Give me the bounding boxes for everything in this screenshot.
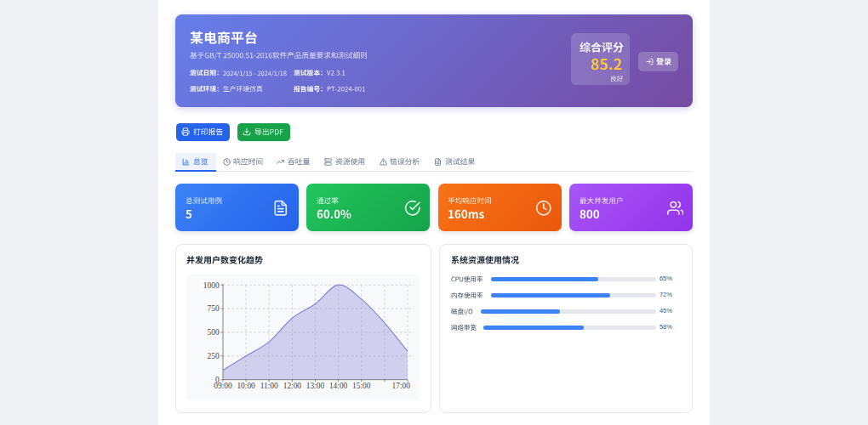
- svg-text:14:00: 14:00: [329, 382, 348, 390]
- svg-text:1000: 1000: [203, 280, 220, 289]
- svg-text:750: 750: [208, 304, 220, 313]
- svg-text:11:00: 11:00: [260, 382, 278, 390]
- svg-text:15:00: 15:00: [352, 382, 371, 390]
- svg-text:500: 500: [208, 328, 220, 337]
- svg-text:13:00: 13:00: [306, 382, 325, 390]
- svg-text:17:00: 17:00: [392, 382, 411, 390]
- svg-text:10:00: 10:00: [237, 382, 255, 390]
- svg-text:09:00: 09:00: [214, 382, 232, 390]
- svg-text:12:00: 12:00: [283, 382, 302, 390]
- svg-text:250: 250: [208, 352, 220, 360]
